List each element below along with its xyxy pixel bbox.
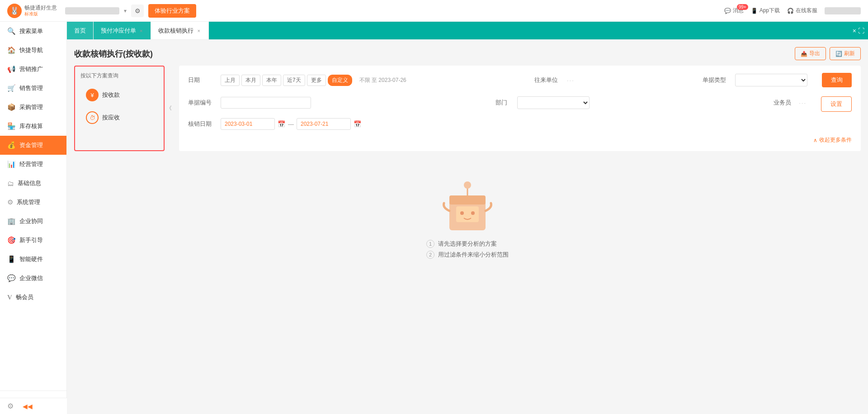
- tab-home[interactable]: 首页: [67, 22, 94, 39]
- staff-label: 业务员: [774, 99, 792, 107]
- tab-writeoff-label: 收款核销执行: [158, 27, 193, 35]
- sidebar-item-sales[interactable]: 🛒 销售管理: [0, 79, 66, 98]
- sidebar-item-member[interactable]: V 畅会员: [0, 288, 66, 307]
- sidebar-label: 新手引导: [19, 236, 43, 244]
- logo-icon: 🐰: [7, 4, 22, 18]
- tabs-close-btn[interactable]: ×: [853, 27, 856, 34]
- inventory-icon: 🏪: [7, 122, 16, 130]
- receivable-option-icon: ⏱: [86, 111, 99, 124]
- date-btn-7days[interactable]: 近7天: [283, 75, 305, 86]
- service-button[interactable]: 🎧 在线客服: [787, 7, 817, 14]
- sidebar-item-base[interactable]: 🗂 基础信息: [0, 174, 66, 193]
- date-label: 日期: [188, 76, 213, 84]
- msg-button[interactable]: 💬 消息 99+: [724, 7, 744, 14]
- sidebar-item-marketing[interactable]: 📢 营销推广: [0, 60, 66, 79]
- refresh-button[interactable]: 🔄 刷新: [830, 47, 861, 60]
- filter-right-panel: 日期 上月 本月 本年 近7天 更多 自定义 不限 至 2023-07-26 往…: [179, 66, 861, 151]
- date-buttons: 上月 本月 本年 近7天 更多 自定义: [221, 75, 352, 86]
- date-btn-more[interactable]: 更多: [307, 75, 326, 86]
- export-button[interactable]: 📤 导出: [795, 47, 826, 60]
- verify-date-start-input[interactable]: [221, 118, 275, 130]
- topbar-chevron-icon[interactable]: ▾: [124, 8, 127, 14]
- collapse-arrow-icon: ∧: [813, 137, 817, 143]
- dept-select[interactable]: [517, 96, 590, 109]
- filter-row-verify-date: 核销日期 📅 — 📅: [188, 118, 852, 130]
- verify-date-end-input[interactable]: [297, 118, 351, 130]
- filter-left-panel: 按以下方案查询 ¥ 按收款 ⏱ 按应收: [74, 66, 165, 151]
- filter-area: 按以下方案查询 ¥ 按收款 ⏱ 按应收 《 日期: [74, 66, 861, 151]
- bill-type-label: 单据类型: [703, 76, 728, 84]
- sidebar-item-purchase[interactable]: 📦 采购管理: [0, 98, 66, 117]
- svg-point-3: [460, 211, 464, 215]
- sidebar-label: 企业协同: [19, 217, 43, 225]
- bill-type-select[interactable]: [735, 74, 807, 86]
- page-header: 收款核销执行(按收款) 📤 导出 🔄 刷新: [74, 47, 861, 60]
- filter-collapse-button[interactable]: 《: [165, 66, 174, 151]
- topbar-gear-button[interactable]: ⚙: [131, 5, 144, 17]
- sidebar-item-enterprise[interactable]: 🏢 企业协同: [0, 212, 66, 231]
- sidebar-label: 智能硬件: [19, 255, 43, 263]
- date-btn-custom[interactable]: 自定义: [328, 75, 352, 86]
- collapse-more-button[interactable]: ∧ 收起更多条件: [188, 136, 852, 144]
- sidebar-label: 采购管理: [19, 103, 43, 111]
- calendar-end-icon[interactable]: 📅: [354, 120, 361, 128]
- sales-icon: 🛒: [7, 84, 16, 92]
- bill-no-input[interactable]: [221, 97, 311, 109]
- sidebar-item-inventory[interactable]: 🏪 库存核算: [0, 117, 66, 136]
- date-btn-this-month[interactable]: 本月: [241, 75, 260, 86]
- sidebar-item-system[interactable]: ⚙ 系统管理: [0, 193, 66, 212]
- sidebar-item-wechat[interactable]: 💬 企业微信: [0, 269, 66, 288]
- sidebar-item-finance[interactable]: 💰 资金管理: [0, 136, 66, 155]
- sidebar-item-operation[interactable]: 📊 经营管理: [0, 155, 66, 174]
- logo-text: 畅捷通好生意 标准版: [24, 5, 57, 16]
- sidebar: 🔍 搜索菜单 🏠 快捷导航 📢 营销推广 🛒 销售管理 📦 采购管理 🏪 库存核…: [0, 22, 67, 414]
- operation-icon: 📊: [7, 160, 16, 168]
- tabs-maximize-btn[interactable]: ⛶: [858, 27, 864, 34]
- tab-home-label: 首页: [74, 27, 86, 35]
- tab-writeoff-close-icon[interactable]: ×: [196, 27, 201, 34]
- sidebar-label: 企业微信: [19, 274, 43, 282]
- sidebar-label: 资金管理: [19, 141, 43, 149]
- refresh-icon: 🔄: [835, 51, 842, 57]
- guide-icon: 🎯: [7, 236, 16, 244]
- topbar-right: 💬 消息 99+ 📱 App下载 🎧 在线客服: [724, 7, 861, 14]
- tab-prepay[interactable]: 预付冲应付单 ×: [94, 22, 151, 39]
- sidebar-item-hardware[interactable]: 📱 智能硬件: [0, 250, 66, 269]
- home-icon: 🏠: [7, 46, 16, 54]
- page-title: 收款核销执行(按收款): [74, 48, 153, 59]
- sidebar-label: 营销推广: [19, 65, 43, 73]
- tab-prepay-close-icon[interactable]: ×: [139, 27, 143, 34]
- sidebar-label: 经营管理: [19, 160, 43, 168]
- sidebar-collapse-icon[interactable]: ◀◀: [23, 403, 33, 410]
- tabs-bar: 首页 预付冲应付单 × 收款核销执行 × × ⛶: [67, 22, 868, 40]
- filter-option-by-receipt[interactable]: ¥ 按收款: [80, 85, 158, 105]
- sidebar-item-search[interactable]: 🔍 搜索菜单: [0, 22, 66, 41]
- sidebar-item-nav[interactable]: 🏠 快捷导航: [0, 41, 66, 60]
- step-1-num: 1: [426, 240, 434, 248]
- enterprise-icon: 🏢: [7, 217, 16, 225]
- step-2-text: 用过滤条件来缩小分析范围: [438, 251, 509, 259]
- empty-steps: 1 请先选择要分析的方案 2 用过滤条件来缩小分析范围: [426, 240, 509, 259]
- query-button[interactable]: 查询: [822, 73, 852, 87]
- tabs-actions: × ⛶: [849, 27, 868, 34]
- industry-btn[interactable]: 体验行业方案: [148, 4, 196, 18]
- sidebar-label: 销售管理: [19, 84, 43, 92]
- calendar-start-icon[interactable]: 📅: [278, 120, 285, 128]
- app-download-button[interactable]: 📱 App下载: [751, 7, 780, 14]
- sidebar-settings-icon[interactable]: ⚙: [7, 402, 14, 410]
- bill-no-label: 单据编号: [188, 99, 213, 107]
- filter-option-by-receivable[interactable]: ⏱ 按应收: [80, 108, 158, 128]
- filter-row-date: 日期 上月 本月 本年 近7天 更多 自定义 不限 至 2023-07-26 往…: [188, 73, 852, 87]
- sidebar-item-guide[interactable]: 🎯 新手引导: [0, 231, 66, 250]
- topbar: 🐰 畅捷通好生意 标准版 ▾ ⚙ 体验行业方案 💬 消息 99+ 📱 App下载…: [0, 0, 868, 22]
- tab-writeoff[interactable]: 收款核销执行 ×: [151, 22, 208, 39]
- sidebar-label: 畅会员: [16, 293, 33, 301]
- receivable-option-label: 按应收: [102, 114, 120, 122]
- right-btn-panel: 查询: [822, 73, 852, 87]
- svg-point-4: [471, 211, 475, 215]
- set-button[interactable]: 设置: [821, 96, 852, 112]
- date-btn-last-month[interactable]: 上月: [221, 75, 240, 86]
- set-btn-container: 设置: [821, 94, 852, 112]
- date-btn-this-year[interactable]: 本年: [262, 75, 281, 86]
- filter-left-title: 按以下方案查询: [80, 72, 158, 80]
